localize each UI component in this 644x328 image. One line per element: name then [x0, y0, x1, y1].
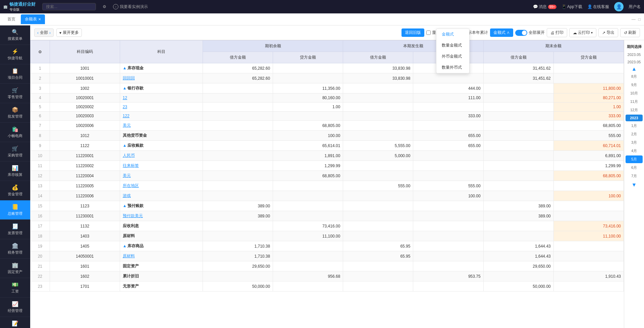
table-row[interactable]: 1311220005所在地区555.00555.00: [31, 181, 624, 191]
period-scroll-up[interactable]: ▲: [626, 66, 643, 72]
period-9[interactable]: 9月: [626, 81, 643, 89]
message-btn[interactable]: 💬 消息 99+: [533, 4, 556, 10]
period-8[interactable]: 8月: [626, 73, 643, 80]
table-row[interactable]: 2014050001原材料1,710.3865.951,644.43: [31, 251, 624, 261]
table-row[interactable]: 610020003122333.00333.00: [31, 112, 624, 121]
nav-back-icon[interactable]: ‹: [37, 30, 39, 35]
table-row[interactable]: 510020002231.001.00: [31, 103, 624, 112]
row-name[interactable]: ▲银行存款: [120, 83, 203, 93]
account-name-link[interactable]: 其他货币资金: [123, 133, 147, 138]
sidebar-item-salary[interactable]: 💵 工资: [0, 278, 30, 298]
account-name-link[interactable]: 美元: [123, 173, 131, 178]
sidebar-item-retail[interactable]: 🛒 零售管理: [0, 84, 30, 103]
table-row[interactable]: 211601固定资产29,650.0029,650.00: [31, 261, 624, 271]
table-row[interactable]: 1211220004美元68,805.0068,805.00: [31, 171, 624, 181]
col-settings-icon[interactable]: ⚙: [38, 50, 42, 54]
row-name[interactable]: 固定资产: [120, 261, 203, 271]
tab-home[interactable]: 首页: [3, 14, 19, 24]
account-name-link[interactable]: 12: [123, 95, 127, 100]
table-row[interactable]: 181403原材料11,100.0011,100.00: [31, 231, 624, 241]
row-name[interactable]: 12: [120, 93, 203, 103]
mode-option-amount[interactable]: 金额式: [436, 29, 469, 40]
table-row[interactable]: 191405▲库存商品1,710.3865.951,644.43: [31, 241, 624, 251]
row-name[interactable]: 所在地区: [120, 181, 203, 191]
table-row[interactable]: 171132应收利息73,416.0073,416.00: [31, 221, 624, 231]
sidebar-item-expense[interactable]: 📝 小畅报销: [0, 317, 30, 328]
sidebar-item-purchase[interactable]: 🛒 采购管理: [0, 142, 30, 161]
table-row[interactable]: 221602累计折旧956.68953.751,910.43: [31, 271, 624, 281]
scroll-down-icon[interactable]: ▼: [632, 182, 637, 188]
row-name[interactable]: 往来标签: [120, 161, 203, 171]
table-row[interactable]: 11001▲库存现金65,282.6033,830.9831,451.62: [31, 63, 624, 73]
tab-yue-biao[interactable]: 余额表 ✕: [21, 14, 45, 24]
account-name-link[interactable]: 预付账款: [127, 203, 144, 208]
sidebar-item-ledger[interactable]: 📒 总账管理: [0, 200, 30, 220]
account-name-link[interactable]: 往来标签: [123, 163, 139, 168]
table-row[interactable]: 1411220006游戏100.00100.00: [31, 191, 624, 201]
row-name[interactable]: 其他货币资金: [120, 131, 203, 141]
account-name-link[interactable]: 应收利息: [123, 223, 139, 228]
sidebar-item-project[interactable]: 📋 项目合同: [0, 64, 30, 84]
period-3[interactable]: 3月: [626, 139, 643, 146]
row-name[interactable]: 无形资产: [120, 281, 203, 291]
account-name-link[interactable]: 原材料: [123, 254, 135, 258]
account-name-link[interactable]: 原材料: [123, 234, 135, 238]
expand-all-switch[interactable]: [515, 30, 527, 36]
account-name-link[interactable]: 固定资产: [123, 264, 139, 268]
return-old-btn[interactable]: 退回旧版: [401, 28, 424, 37]
account-name-link[interactable]: 累计折旧: [123, 274, 139, 278]
row-name[interactable]: ▲应收账款: [120, 141, 203, 151]
account-name-link[interactable]: 美元: [123, 123, 131, 128]
sidebar-item-wholesale[interactable]: 📦 批发管理: [0, 103, 30, 123]
row-name[interactable]: 原材料: [120, 231, 203, 241]
table-row[interactable]: 81012其他货币资金100.00655.00555.00: [31, 131, 624, 141]
account-name-link[interactable]: 库存现金: [127, 66, 144, 70]
period-5-current[interactable]: 5月: [626, 155, 643, 163]
period-6[interactable]: 6月: [626, 164, 643, 172]
tab-close-btn[interactable]: ✕: [38, 17, 41, 21]
table-row[interactable]: 151123▲预付账款389.00389.00: [31, 201, 624, 211]
period-1[interactable]: 1月: [626, 122, 643, 130]
period-11[interactable]: 11月: [626, 98, 643, 106]
app-download-btn[interactable]: 📱 App下载: [561, 4, 582, 10]
account-name-link[interactable]: 预付款美元: [123, 213, 143, 218]
table-row[interactable]: 710020006美元68,805.0068,805.00: [31, 121, 624, 131]
row-name[interactable]: 人民币: [120, 151, 203, 161]
nav-forward-icon[interactable]: ›: [49, 30, 51, 35]
user-avatar[interactable]: 👤: [614, 2, 624, 11]
online-service-btn[interactable]: 👤 在线客服: [587, 4, 609, 10]
refresh-btn[interactable]: ↺ 刷新: [620, 28, 640, 37]
row-name[interactable]: 原材料: [120, 251, 203, 261]
top-search-input[interactable]: [42, 3, 96, 10]
mode-option-qty-amount[interactable]: 数量金额式: [436, 40, 469, 51]
account-name-link[interactable]: 游戏: [123, 193, 131, 198]
auxiliary-checkbox[interactable]: [426, 30, 431, 35]
mode-option-qty-foreign[interactable]: 数量外币式: [436, 62, 469, 73]
account-name-link[interactable]: 库存商品: [127, 244, 144, 248]
period-10[interactable]: 10月: [626, 89, 643, 97]
scroll-up-icon[interactable]: ▲: [632, 66, 637, 72]
account-name-link[interactable]: 人民币: [123, 153, 135, 158]
period-2023-05-a[interactable]: 2023.05: [626, 51, 643, 58]
export-btn[interactable]: ↗ 导出: [598, 28, 618, 37]
sidebar-item-quicknav[interactable]: ⚡ 快捷导航: [0, 45, 30, 64]
sidebar-item-search[interactable]: 🔍 搜索菜单: [0, 25, 30, 45]
period-scroll-down[interactable]: ▼: [626, 182, 643, 188]
table-row[interactable]: 1111220002往来标签1,299.991,299.99: [31, 161, 624, 171]
sidebar-item-invoice[interactable]: 🧾 发票管理: [0, 220, 30, 239]
row-name[interactable]: 游戏: [120, 191, 203, 201]
table-row[interactable]: 210010001回回回65,282.6033,830.9831,451.62: [31, 73, 624, 83]
period-7[interactable]: 7月: [626, 172, 643, 180]
row-name[interactable]: 23: [120, 103, 203, 112]
row-name[interactable]: ▲预付账款: [120, 201, 203, 211]
account-name-link[interactable]: 无形资产: [123, 284, 139, 288]
period-year-2023[interactable]: 2023: [626, 115, 643, 121]
tab-maximize-icon[interactable]: □: [638, 17, 641, 22]
account-name-link[interactable]: 所在地区: [123, 183, 139, 188]
row-name[interactable]: 预付款美元: [120, 211, 203, 221]
account-name-link[interactable]: 23: [123, 105, 127, 109]
sidebar-item-tax[interactable]: 🏛️ 税务管理: [0, 239, 30, 259]
sidebar-item-capital[interactable]: 💰 资金管理: [0, 181, 30, 200]
demo-link[interactable]: ○ 我要看实例演示: [113, 4, 148, 10]
row-name[interactable]: ▲库存现金: [120, 63, 203, 73]
